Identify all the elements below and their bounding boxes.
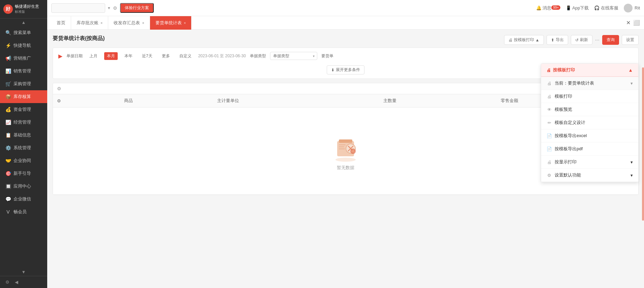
topbar-search-input[interactable] (51, 3, 105, 13)
svg-rect-8 (339, 145, 346, 145)
tab-home[interactable]: 首页 (51, 16, 71, 30)
right-scrollbar[interactable] (642, 67, 644, 221)
sidebar-scroll-down[interactable]: ▼ (0, 268, 47, 276)
export-pdf-icon: 📄 (547, 147, 552, 152)
online-service-button[interactable]: 🎧 在线客服 (594, 5, 618, 11)
tab-order-stats[interactable]: 要货单统计表 × (150, 16, 192, 30)
sidebar-nav: 🔍 搜索菜单 ⚡ 快捷导航 📢 营销推广 📊 销售管理 🛒 采购管理 📦 库存核… (0, 26, 47, 268)
messages-button[interactable]: 🔔 消息99+ (536, 5, 561, 11)
topbar-dropdown-arrow[interactable]: ▾ (108, 5, 110, 10)
empty-text: 暂无数据 (337, 165, 354, 171)
date-this-month-btn[interactable]: 本月 (104, 52, 118, 60)
sidebar-item-system[interactable]: ⚙️ 系统管理 (0, 141, 47, 154)
topbar-gear-icon[interactable]: ⚙ (113, 5, 117, 11)
sidebar-item-quick-nav[interactable]: ⚡ 快捷导航 (0, 39, 47, 52)
topbar-actions: 🔔 消息99+ 📱 App下载 🎧 在线客服 Rit (536, 4, 640, 12)
template-print-chevron: ▲ (535, 38, 539, 42)
action-bar: 🖨 按模板打印 ▲ ⬆ 导出 ↺ 刷新 ··· 查询 设置 (504, 35, 639, 45)
sidebar-item-search[interactable]: 🔍 搜索菜单 (0, 26, 47, 39)
window-controls: ✕ ⬜ (626, 20, 640, 26)
app-center-icon: 🔲 (5, 184, 11, 189)
sidebar-settings-button[interactable]: ⚙ (5, 280, 9, 285)
date-7days-btn[interactable]: 近7天 (139, 52, 155, 60)
table-settings-icon[interactable]: ⚙ (57, 86, 61, 91)
svg-point-7 (352, 150, 354, 153)
date-more-btn[interactable]: 更多 (159, 52, 173, 60)
query-button[interactable]: 查询 (602, 35, 619, 45)
dropdown-template-preview[interactable]: 👁 模板预览 (541, 103, 638, 116)
sidebar-bottom: ⚙ ◀ (0, 276, 47, 288)
sidebar: 好 畅捷通好生意 标准版 ▲ 🔍 搜索菜单 ⚡ 快捷导航 📢 营销推广 📊 销售… (0, 0, 47, 288)
sidebar-item-sales[interactable]: 📊 销售管理 (0, 65, 47, 77)
sidebar-item-operations[interactable]: 📈 经营管理 (0, 116, 47, 129)
sidebar-item-wechat[interactable]: 💬 企业微信 (0, 193, 47, 205)
tab-close-inventory-batch[interactable]: × (100, 21, 103, 25)
cooperation-icon: 🤝 (5, 158, 11, 163)
dropdown-export-excel[interactable]: 📄 按模板导出excel (541, 129, 638, 142)
dropdown-collapse-btn[interactable]: ▲ (628, 67, 633, 73)
col-settings: ⚙ (53, 94, 120, 107)
export-button[interactable]: ⬆ 导出 (547, 35, 568, 45)
sidebar-item-inventory[interactable]: 📦 库存核算 (0, 90, 47, 103)
inventory-icon: 📦 (5, 94, 11, 99)
marketing-icon: 📢 (5, 56, 11, 61)
sidebar-item-marketing[interactable]: 📢 营销推广 (0, 52, 47, 65)
col-unit: 主计量单位 (213, 94, 379, 107)
dropdown-template-design[interactable]: ✏ 模板自定义设计 (541, 116, 638, 129)
refresh-button[interactable]: ↺ 刷新 (571, 35, 592, 45)
sidebar-item-finance[interactable]: 💰 资金管理 (0, 103, 47, 116)
dropdown-display-print[interactable]: 🖨 按显示打印 ▾ (541, 156, 638, 169)
more-options-icon[interactable]: ··· (595, 37, 599, 43)
sidebar-item-purchase[interactable]: 🛒 采购管理 (0, 77, 47, 90)
set-default-arrow: ▾ (631, 173, 633, 178)
logo-text: 畅捷通好生意 标准版 (15, 4, 39, 14)
dropdown-export-pdf[interactable]: 📄 按模板导出pdf (541, 142, 638, 156)
sidebar-item-app-center[interactable]: 🔲 应用中心 (0, 180, 47, 193)
doc-type-select[interactable]: 单据类型 (270, 52, 317, 60)
basic-info-icon: 📋 (5, 132, 11, 138)
col-product: 商品 (120, 94, 213, 107)
svg-rect-10 (339, 149, 345, 149)
sidebar-item-basic-info[interactable]: 📋 基础信息 (0, 129, 47, 141)
current-template-icon: 🖨 (547, 81, 552, 86)
date-last-month-btn[interactable]: 上月 (87, 52, 100, 60)
quick-nav-icon: ⚡ (5, 43, 11, 48)
window-close-icon[interactable]: ✕ (626, 20, 631, 26)
tab-close-receipt-summary[interactable]: × (142, 21, 144, 25)
filter-expand-icon[interactable]: ▶ (58, 53, 62, 59)
export-excel-icon: 📄 (547, 133, 552, 138)
system-icon: ⚙️ (5, 145, 11, 151)
printer-icon: 🖨 (547, 68, 551, 73)
dropdown-header: 🖨 按模板打印 ▲ (541, 64, 638, 77)
sidebar-scroll-up[interactable]: ▲ (0, 19, 47, 26)
tab-inventory-batch[interactable]: 库存批次账 × (71, 16, 108, 30)
tab-close-order-stats[interactable]: × (184, 21, 186, 25)
trial-button[interactable]: 体验行业方案 (120, 3, 154, 13)
dropdown-set-default[interactable]: ⚙ 设置默认功能 ▾ (541, 169, 638, 182)
sidebar-item-guide[interactable]: 🎯 新手引导 (0, 167, 47, 180)
search-icon: 🔍 (5, 30, 11, 35)
dropdown-template-print[interactable]: 🖨 模板打印 (541, 90, 638, 103)
wechat-icon: 💬 (5, 196, 11, 202)
dropdown-current-template[interactable]: 🖨 当前：要货单统计表 ▾ (541, 77, 638, 90)
tab-receipt-summary[interactable]: 收发存汇总表 × (108, 16, 150, 30)
svg-point-0 (335, 158, 356, 162)
settings-button[interactable]: 设置 (622, 35, 639, 45)
sidebar-item-vip[interactable]: V 畅会员 (0, 205, 47, 218)
expand-conditions-btn[interactable]: ⬇ 展开更多条件 (327, 65, 364, 74)
sidebar-collapse-button[interactable]: ◀ (15, 280, 18, 285)
template-design-icon: ✏ (547, 120, 552, 125)
template-print-button[interactable]: 🖨 按模板打印 ▲ (504, 35, 544, 45)
template-print-dropdown: 🖨 按模板打印 ▲ 🖨 当前：要货单统计表 ▾ 🖨 模板打印 👁 模板预览 (541, 63, 639, 182)
sidebar-item-cooperation[interactable]: 🤝 企业协同 (0, 154, 47, 167)
vip-icon: V (5, 209, 11, 215)
date-custom-btn[interactable]: 自定义 (177, 52, 194, 60)
user-menu[interactable]: Rit (624, 4, 640, 12)
template-print-icon: 🖨 (547, 94, 552, 99)
app-download-button[interactable]: 📱 App下载 (566, 5, 589, 11)
col-quantity: 主数量 (379, 94, 497, 107)
content-area: 要货单统计表(按商品) 🖨 按模板打印 ▲ ⬆ 导出 ↺ 刷新 ··· 查询 设… (47, 30, 644, 288)
date-this-year-btn[interactable]: 本年 (122, 52, 135, 60)
operations-icon: 📈 (5, 120, 11, 125)
window-maximize-icon[interactable]: ⬜ (633, 20, 640, 26)
